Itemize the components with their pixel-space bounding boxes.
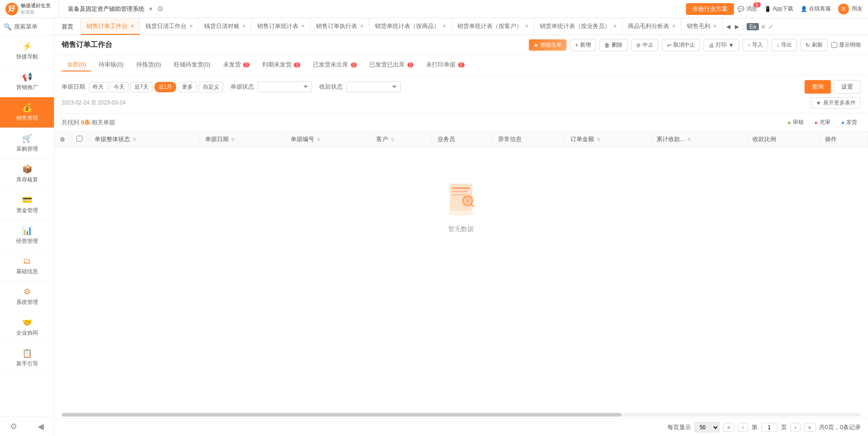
scrollbar-thumb[interactable] <box>62 413 621 417</box>
sidebar-item-finance[interactable]: 💳 资金管理 <box>0 190 54 220</box>
sidebar-item-operations[interactable]: 📊 经营管理 <box>0 220 54 251</box>
close-icon[interactable]: ✕ <box>301 24 305 28</box>
ship-action-btn[interactable]: ● 发货 <box>838 117 861 128</box>
sidebar-item-purchase[interactable]: 🛒 采购管理 <box>0 128 54 159</box>
setting-btn[interactable]: 设置 <box>834 80 861 94</box>
prev-page-btn[interactable]: ‹ <box>738 423 748 432</box>
filter-tab-all[interactable]: 全部(0) <box>62 59 91 71</box>
sidebar-item-system[interactable]: ⚙ 系统管理 <box>0 281 54 312</box>
col-date[interactable]: 单据日期 ⇅ <box>199 132 285 147</box>
settings-icon[interactable]: ⚙ <box>157 5 163 13</box>
review-action-btn[interactable]: ● 审核 <box>784 117 807 128</box>
tab-cash-daily-workbench[interactable]: 钱货日清工作台 ✕ <box>140 18 199 35</box>
tab-sales-stats-product[interactable]: 销货单统计表（按商品） ✕ <box>369 18 452 35</box>
sidebar-item-marketing[interactable]: 📢 营销推广 <box>0 66 54 97</box>
filter-tab-shipped-out[interactable]: 已发货已出库 0 <box>364 59 419 71</box>
ai-btn[interactable]: ★ 智能生单 <box>529 39 566 51</box>
tab-sales-order-stats[interactable]: 销售订单统计表 ✕ <box>252 18 311 35</box>
col-status[interactable]: 单据整体状态 ⇅ <box>89 132 200 147</box>
expand-btn[interactable]: ▼ 展开更多条件 <box>811 97 861 109</box>
filter-tab-pending-verify[interactable]: 待拣货(0) <box>131 59 167 71</box>
tab-home[interactable]: 首页 <box>54 18 81 35</box>
close-icon[interactable]: ✕ <box>442 24 446 28</box>
col-number[interactable]: 单据编号 ⇅ <box>285 132 370 147</box>
sidebar-collapse-btn[interactable]: ◀ <box>38 422 44 431</box>
tab-sales-stats-customer[interactable]: 销货单统计表（按客户） ✕ <box>452 18 534 35</box>
col-amount[interactable]: 订单金额 ⇅ <box>565 132 651 147</box>
message-btn[interactable]: 💬 6 消息 <box>738 5 757 13</box>
close-icon[interactable]: ✕ <box>360 24 364 28</box>
sidebar-settings-btn[interactable]: ⚙ <box>10 422 17 431</box>
export-btn[interactable]: ↓ 导出 <box>772 39 797 51</box>
close-icon[interactable]: ✕ <box>242 24 246 28</box>
date-1month-btn[interactable]: 近1月 <box>154 82 177 92</box>
tab-sales-order-workbench[interactable]: 销售订单工作台 ✕ <box>81 18 140 35</box>
tab-sales-profit[interactable]: 销售毛利 ✕ <box>681 18 723 35</box>
col-received[interactable]: 累计收款... ⇅ <box>651 132 747 147</box>
filter-tab-wangpu[interactable]: 旺铺待发货(0) <box>168 59 216 71</box>
query-btn[interactable]: 查询 <box>805 80 831 94</box>
filter-tab-unshipped[interactable]: 未发货 0 <box>218 59 255 71</box>
system-dropdown-icon[interactable]: ▼ <box>148 6 153 12</box>
sidebar-item-enterprise[interactable]: 🤝 企业协同 <box>0 312 54 343</box>
sidebar-item-sales[interactable]: 💰 销售管理 <box>0 97 54 128</box>
trial-btn[interactable]: 体验行业方案 <box>686 3 734 15</box>
unreviewed-action-btn[interactable]: ● 充审 <box>811 117 834 128</box>
sort-icon[interactable]: ⇅ <box>133 137 136 142</box>
tab-fullscreen-btn[interactable]: ⤢ <box>768 23 773 30</box>
page-size-select[interactable]: 50 10 20 100 <box>695 422 719 432</box>
horizontal-scrollbar[interactable] <box>62 413 861 417</box>
close-icon[interactable]: ✕ <box>672 24 676 28</box>
date-today-btn[interactable]: 今天 <box>110 82 129 92</box>
close-icon[interactable]: ✕ <box>525 24 528 28</box>
sidebar-item-guide[interactable]: 📋 新手引导 <box>0 343 54 374</box>
tab-product-margin[interactable]: 商品毛利分析表 ✕ <box>623 18 681 35</box>
close-icon[interactable]: ✕ <box>613 24 617 28</box>
stop-btn[interactable]: ⊘ 中止 <box>631 39 658 51</box>
status-select[interactable] <box>258 81 312 92</box>
app-download-btn[interactable]: 📱 App下载 <box>764 5 793 13</box>
show-details-checkbox[interactable]: 显示明细 <box>831 41 861 49</box>
sort-icon[interactable]: ⇅ <box>391 137 394 142</box>
sort-icon[interactable]: ⇅ <box>231 137 235 142</box>
sort-icon[interactable]: ⇅ <box>687 137 691 142</box>
tab-cash-daily-account[interactable]: 钱货日清对账 ✕ <box>199 18 252 35</box>
close-icon[interactable]: ✕ <box>189 24 193 28</box>
tab-sales-order-exec[interactable]: 销售订单执行表 ✕ <box>311 18 369 35</box>
user-area[interactable]: 友 用友 <box>838 4 863 14</box>
tab-close-all-btn[interactable]: ✕ <box>761 23 766 30</box>
filter-tab-unprinted[interactable]: 未打印单据 0 <box>421 59 470 71</box>
add-btn[interactable]: + 新增 <box>570 39 596 51</box>
next-page-btn[interactable]: › <box>791 423 801 432</box>
close-icon[interactable]: ✕ <box>130 24 134 28</box>
date-7days-btn[interactable]: 近7天 <box>130 82 153 92</box>
sort-icon[interactable]: ⇅ <box>317 137 320 142</box>
last-page-btn[interactable]: » <box>804 423 815 432</box>
tab-sales-stats-staff[interactable]: 销货单统计表（按业务员） ✕ <box>534 18 623 35</box>
delete-btn[interactable]: 🗑 删除 <box>599 39 628 51</box>
col-customer[interactable]: 客户 ⇅ <box>371 132 432 147</box>
date-custom-btn[interactable]: 自定义 <box>199 82 223 92</box>
refresh-btn[interactable]: ↻ 刷新 <box>801 39 828 51</box>
sidebar-search[interactable]: 🔍 搜索菜单 <box>0 18 54 36</box>
tab-next-btn[interactable]: ▶ <box>733 23 741 31</box>
select-all-checkbox[interactable] <box>77 136 82 142</box>
cancel-stop-btn[interactable]: ↩ 取消中止 <box>662 39 700 51</box>
date-more-btn[interactable]: 更多 <box>178 82 197 92</box>
close-icon[interactable]: ✕ <box>713 24 717 28</box>
page-input[interactable] <box>761 423 777 432</box>
sidebar-item-inventory[interactable]: 📦 库存核算 <box>0 159 54 190</box>
first-page-btn[interactable]: « <box>723 423 734 432</box>
online-service-btn[interactable]: 👤 在线客服 <box>801 5 831 13</box>
import-btn[interactable]: ↑ 导入 <box>743 39 768 51</box>
col-settings[interactable]: ⚙ <box>54 132 71 147</box>
filter-tab-pending-review[interactable]: 待审核(0) <box>93 59 129 71</box>
print-btn[interactable]: 🖨 打印 ▼ <box>704 39 739 51</box>
show-details-input[interactable] <box>831 42 837 48</box>
sort-icon[interactable]: ⇅ <box>597 137 600 142</box>
sidebar-item-quick-nav[interactable]: ⚡ 快捷导航 <box>0 36 54 66</box>
filter-tab-shipped-not-out[interactable]: 已发货未出库 0 <box>307 59 362 71</box>
date-yesterday-btn[interactable]: 昨天 <box>89 82 108 92</box>
sidebar-item-basic-info[interactable]: 🗂 基础信息 <box>0 251 54 281</box>
payment-select[interactable] <box>346 81 401 92</box>
